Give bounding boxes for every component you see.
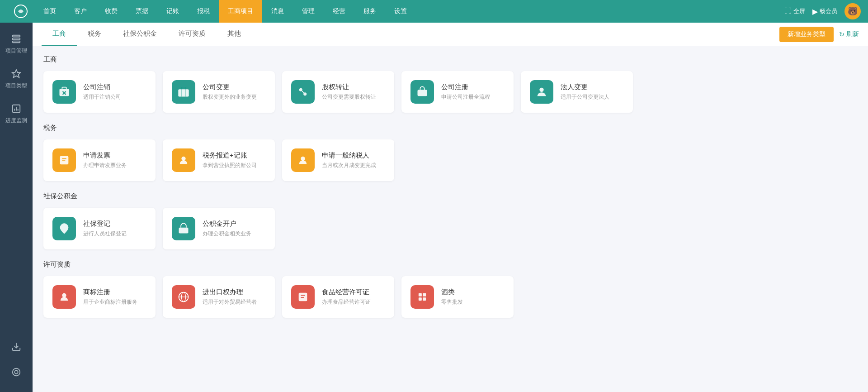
user-avatar[interactable]: 🐻 [844, 3, 861, 19]
settings-circle-button[interactable] [0, 359, 33, 385]
card-desc-申请发票: 办理申请发票业务 [83, 162, 127, 169]
section-title-工商: 工商 [43, 55, 857, 64]
section-title-许可资质: 许可资质 [43, 260, 857, 269]
sidebar-icon-项目类型 [10, 67, 23, 80]
nav-menu: 首页客户收费票据记账报税工商项目消息管理经营服务设置 [34, 0, 784, 23]
tab-社保公积金[interactable]: 社保公积金 [112, 23, 168, 46]
sidebar-icon-进度监测 [10, 102, 23, 115]
tab-其他[interactable]: 其他 [217, 23, 252, 46]
card-icon-法人变更 [530, 80, 553, 104]
card-icon-公司注销 [52, 80, 76, 104]
card-icon-申请发票 [52, 148, 76, 172]
cards-grid-工商: 公司注销 适用于注销公司 公司变更 股权变更外的业务变更 股权转让 公司变更需要… [43, 71, 857, 113]
service-card-公司注册[interactable]: 公司注册 申请公司注册全流程 [401, 71, 514, 113]
service-card-社保登记[interactable]: 社保登记 进行人员社保登记 [43, 208, 156, 249]
member-button[interactable]: ▶ 畅会员 [812, 7, 837, 16]
card-icon-公司变更 [172, 80, 195, 104]
svg-rect-23 [179, 228, 189, 234]
card-info-酒类: 酒类 零售批发 [441, 288, 463, 306]
add-business-type-button[interactable]: 新增业务类型 [779, 27, 834, 42]
svg-rect-2 [13, 38, 20, 40]
nav-item-报税[interactable]: 报税 [188, 0, 219, 23]
sidebar-label-项目类型: 项目类型 [5, 82, 27, 90]
nav-item-管理[interactable]: 管理 [293, 0, 324, 23]
svg-rect-1 [13, 35, 20, 37]
card-icon-公司注册 [410, 80, 434, 104]
svg-rect-16 [418, 90, 427, 96]
sidebar-item-项目类型[interactable]: 项目类型 [0, 61, 33, 96]
sidebar-label-项目管理: 项目管理 [5, 47, 27, 55]
top-navigation: 首页客户收费票据记账报税工商项目消息管理经营服务设置 ⛶ 全屏 ▶ 畅会员 🐻 [0, 0, 868, 23]
card-icon-进出口权办理 [172, 285, 195, 309]
service-card-申请一般纳税人[interactable]: 申请一般纳税人 当月或次月成变更完成 [282, 139, 394, 181]
card-title-进出口权办理: 进出口权办理 [203, 288, 257, 296]
svg-rect-12 [178, 89, 189, 96]
nav-item-经营[interactable]: 经营 [324, 0, 354, 23]
svg-rect-28 [299, 293, 307, 301]
nav-item-首页[interactable]: 首页 [34, 0, 65, 23]
card-info-申请发票: 申请发票 办理申请发票业务 [83, 151, 127, 169]
card-desc-申请一般纳税人: 当月或次月成变更完成 [322, 162, 376, 169]
service-card-税务报道+记账[interactable]: 税务报道+记账 拿到营业执照的新公司 [163, 139, 275, 181]
card-icon-酒类 [410, 285, 434, 309]
nav-item-收费[interactable]: 收费 [96, 0, 127, 23]
section-工商: 工商 公司注销 适用于注销公司 公司变更 股权变更外的业务变更 股权转让 公 [43, 55, 857, 113]
nav-item-服务[interactable]: 服务 [354, 0, 385, 23]
tab-税务[interactable]: 税务 [77, 23, 112, 46]
card-icon-社保登记 [52, 217, 76, 240]
sidebar-item-进度监测[interactable]: 进度监测 [0, 96, 33, 131]
tab-工商[interactable]: 工商 [42, 23, 77, 46]
main-layout: 项目管理项目类型进度监测 工商税务社保公积金许可资质其他 新增业务类型 ↻ 刷新… [0, 23, 868, 392]
download-button[interactable] [0, 334, 33, 359]
section-title-社保公积金: 社保公积金 [43, 192, 857, 201]
card-info-税务报道+记账: 税务报道+记账 拿到营业执照的新公司 [203, 151, 257, 169]
service-card-公司变更[interactable]: 公司变更 股权变更外的业务变更 [163, 71, 275, 113]
card-info-股权转让: 股权转让 公司变更需要股权转让 [322, 83, 376, 101]
service-card-进出口权办理[interactable]: 进出口权办理 适用于对外贸易经营者 [163, 276, 275, 318]
nav-item-工商项目[interactable]: 工商项目 [219, 0, 262, 23]
service-card-公司注销[interactable]: 公司注销 适用于注销公司 [43, 71, 156, 113]
app-logo [7, 0, 34, 23]
card-info-公司变更: 公司变更 股权变更外的业务变更 [203, 83, 257, 101]
nav-item-记账[interactable]: 记账 [157, 0, 188, 23]
service-card-股权转让[interactable]: 股权转让 公司变更需要股权转让 [282, 71, 394, 113]
service-card-酒类[interactable]: 酒类 零售批发 [401, 276, 514, 318]
card-desc-股权转让: 公司变更需要股权转让 [322, 93, 376, 101]
nav-item-设置[interactable]: 设置 [385, 0, 416, 23]
card-icon-食品经营许可证 [291, 285, 315, 309]
card-icon-商标注册 [52, 285, 76, 309]
card-icon-股权转让 [291, 80, 315, 104]
service-card-法人变更[interactable]: 法人变更 适用于公司变更法人 [521, 71, 633, 113]
service-card-食品经营许可证[interactable]: 食品经营许可证 办理食品经营许可证 [282, 276, 394, 318]
svg-marker-4 [12, 70, 20, 77]
nav-right-actions: ⛶ 全屏 ▶ 畅会员 🐻 [784, 3, 861, 19]
section-title-税务: 税务 [43, 124, 857, 132]
sidebar-label-进度监测: 进度监测 [5, 117, 27, 124]
nav-item-消息[interactable]: 消息 [262, 0, 293, 23]
card-info-公司注册: 公司注册 申请公司注册全流程 [441, 83, 490, 101]
card-desc-公积金开户: 办理公积金相关业务 [203, 230, 251, 238]
service-card-公积金开户[interactable]: 公积金开户 办理公积金相关业务 [163, 208, 275, 249]
fullscreen-button[interactable]: ⛶ 全屏 [784, 7, 805, 15]
service-card-申请发票[interactable]: 申请发票 办理申请发票业务 [43, 139, 156, 181]
card-title-社保登记: 社保登记 [83, 220, 127, 228]
card-title-食品经营许可证: 食品经营许可证 [322, 288, 371, 296]
sidebar-bottom [0, 334, 33, 392]
card-title-公司注册: 公司注册 [441, 83, 490, 91]
tab-许可资质[interactable]: 许可资质 [168, 23, 217, 46]
refresh-button[interactable]: ↻ 刷新 [839, 30, 859, 38]
svg-point-17 [539, 88, 543, 92]
svg-rect-3 [13, 41, 20, 43]
nav-item-客户[interactable]: 客户 [65, 0, 96, 23]
svg-point-14 [303, 92, 307, 96]
nav-item-票据[interactable]: 票据 [127, 0, 157, 23]
svg-point-8 [13, 368, 20, 376]
card-desc-商标注册: 用于企业商标注册服务 [83, 298, 137, 306]
card-title-法人变更: 法人变更 [561, 83, 609, 91]
svg-rect-33 [419, 297, 422, 301]
sidebar-item-项目管理[interactable]: 项目管理 [0, 26, 33, 61]
card-desc-食品经营许可证: 办理食品经营许可证 [322, 298, 371, 306]
card-icon-税务报道+记账 [172, 148, 195, 172]
svg-rect-18 [60, 156, 69, 165]
service-card-商标注册[interactable]: 商标注册 用于企业商标注册服务 [43, 276, 156, 318]
